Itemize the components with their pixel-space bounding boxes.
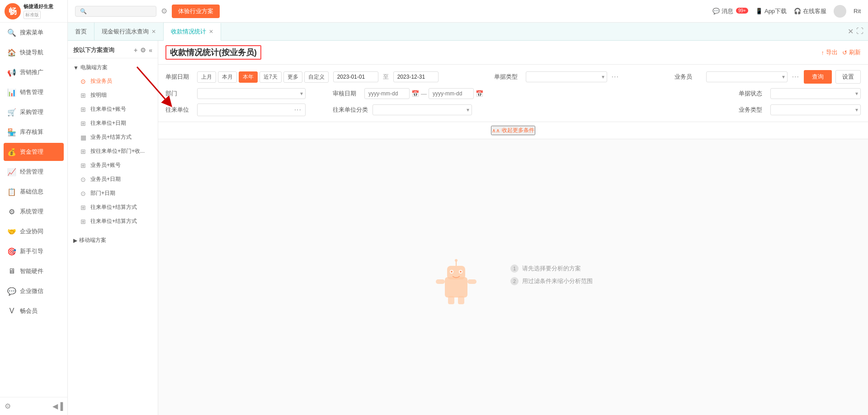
review-cal-icon-to: 📅 <box>476 90 483 97</box>
scheme-item-partner-dept[interactable]: ⊞ 按往来单位+部门+收... <box>68 144 158 158</box>
scheme-item-label-10: 往来单位+结算方式 <box>90 217 137 225</box>
staff-more-icon[interactable]: ··· <box>792 73 799 81</box>
sidebar-item-enterprise[interactable]: 🤝 企业协同 <box>0 222 67 241</box>
username-label: Rit <box>854 8 861 14</box>
scheme-item-by-detail[interactable]: ⊞ 按明细 <box>68 88 158 102</box>
svg-rect-10 <box>448 296 454 304</box>
sidebar-item-sales[interactable]: 📊 销售管理 <box>0 82 67 102</box>
app-download-btn[interactable]: 📱 App下载 <box>755 7 787 15</box>
page-content: 按以下方案查询 + ⚙ « ▼ 电脑端方案 ⊙ 按业务员 ⊞ 按 <box>68 41 868 415</box>
date-btn-this-year[interactable]: 本年 <box>239 71 258 83</box>
desktop-scheme-title[interactable]: ▼ 电脑端方案 <box>68 61 158 74</box>
date-btn-this-month[interactable]: 本月 <box>218 71 237 83</box>
staff-select[interactable] <box>706 71 788 82</box>
scheme-item-icon-4: ▦ <box>80 134 88 141</box>
tab-collection-stats[interactable]: 收款情况统计 ✕ <box>164 23 221 41</box>
scheme-item-icon-7: ⊙ <box>80 176 88 183</box>
sidebar-item-inventory[interactable]: 🏪 库存核算 <box>0 122 67 142</box>
sidebar-item-marketing[interactable]: 📢 营销推广 <box>0 62 67 82</box>
tab-bank-flow[interactable]: 现金银行流水查询 ✕ <box>94 23 164 41</box>
sidebar-label-guide: 新手引导 <box>20 247 43 255</box>
scheme-item-staff-date[interactable]: ⊙ 业务员+日期 <box>68 172 158 186</box>
collapse-button[interactable]: ∧∧ 收起更多条件 <box>491 126 535 135</box>
biz-type-select[interactable] <box>770 104 861 115</box>
sidebar-item-finance[interactable]: 💰 资金管理 <box>4 143 64 161</box>
online-service-btn[interactable]: 🎧 在线客服 <box>794 7 826 15</box>
sidebar-label-system: 系统管理 <box>20 208 43 216</box>
scheme-item-label-0: 按业务员 <box>90 77 112 85</box>
sidebar-item-basic[interactable]: 📋 基础信息 <box>0 182 67 202</box>
sidebar-item-guide[interactable]: 🎯 新手引导 <box>0 241 67 261</box>
counterpart-more-btn[interactable]: ··· <box>294 106 302 114</box>
tab-close-all-icon[interactable]: ✕ <box>848 27 854 36</box>
doc-status-select-wrap <box>770 88 861 99</box>
scheme-item-label-5: 按往来单位+部门+收... <box>90 147 145 155</box>
sidebar-label-purchase: 采购管理 <box>20 108 43 116</box>
logo-area: 畅 畅捷通好生意 标准版 <box>0 0 67 23</box>
review-date-inputs: 📅 — 📅 <box>364 88 483 99</box>
sidebar-item-purchase[interactable]: 🛒 采购管理 <box>0 102 67 122</box>
sidebar-item-hardware[interactable]: 🖥 智能硬件 <box>0 261 67 281</box>
staff-select-wrap <box>706 71 788 82</box>
tab-bank-close-icon[interactable]: ✕ <box>151 28 156 35</box>
scheme-item-partner-settle1[interactable]: ⊞ 往来单位+结算方式 <box>68 200 158 214</box>
counterpart-category-label: 往来单位分类 <box>333 106 368 114</box>
sidebar-item-quick[interactable]: 🏠 快捷导航 <box>0 42 67 62</box>
staff-label: 业务员 <box>675 73 702 81</box>
date-to-input[interactable] <box>393 71 439 82</box>
mobile-scheme-label: 移动端方案 <box>79 236 106 244</box>
trial-button[interactable]: 体验行业方案 <box>172 5 220 18</box>
scheme-item-partner-date[interactable]: ⊞ 往来单位+日期 <box>68 116 158 130</box>
date-from-input[interactable] <box>333 71 378 82</box>
tab-home[interactable]: 首页 <box>68 23 94 41</box>
review-cal-icon-from: 📅 <box>411 90 419 97</box>
left-panel: 按以下方案查询 + ⚙ « ▼ 电脑端方案 ⊙ 按业务员 ⊞ 按 <box>68 41 158 415</box>
scheme-setting-icon[interactable]: ⚙ <box>140 47 146 54</box>
date-btn-more[interactable]: 更多 <box>283 71 302 83</box>
tab-collection-close-icon[interactable]: ✕ <box>209 28 213 35</box>
review-date-to[interactable] <box>429 88 474 99</box>
tip-num-2: 2 <box>510 277 519 285</box>
sidebar-item-operation[interactable]: 📈 经营管理 <box>0 162 67 182</box>
setting-button[interactable]: 设置 <box>835 70 861 84</box>
sidebar-item-system[interactable]: ⚙ 系统管理 <box>0 202 67 222</box>
user-avatar[interactable] <box>834 5 846 18</box>
sidebar-settings-icon[interactable]: ⚙ <box>5 402 11 410</box>
date-btn-custom[interactable]: 自定义 <box>304 71 329 83</box>
sidebar-item-search[interactable]: 🔍 搜索菜单 <box>0 23 67 42</box>
date-btn-last-month[interactable]: 上月 <box>197 71 216 83</box>
topbar-gear-icon[interactable]: ⚙ <box>161 7 167 15</box>
sidebar-label-sales: 销售管理 <box>20 88 43 96</box>
export-button[interactable]: ↑ 导出 <box>821 48 838 57</box>
tab-expand-icon[interactable]: ⛶ <box>856 27 863 36</box>
review-date-from[interactable] <box>364 88 410 99</box>
sidebar-item-wechat[interactable]: 💬 企业微信 <box>0 281 67 301</box>
scheme-item-staff-payment[interactable]: ▦ 业务员+结算方式 <box>68 130 158 144</box>
scheme-item-partner-account[interactable]: ⊞ 往来单位+账号 <box>68 102 158 116</box>
scheme-item-by-staff[interactable]: ⊙ 按业务员 <box>68 74 158 88</box>
scheme-item-label-4: 业务员+结算方式 <box>90 133 132 141</box>
query-button[interactable]: 查询 <box>804 70 832 84</box>
scheme-item-partner-settle2[interactable]: ⊞ 往来单位+结算方式 <box>68 214 158 228</box>
voucher-type-more-icon[interactable]: ··· <box>612 73 619 81</box>
scheme-item-dept-date[interactable]: ⊙ 部门+日期 <box>68 186 158 200</box>
refresh-button[interactable]: ↺ 刷新 <box>842 48 861 57</box>
sidebar-label-enterprise: 企业协同 <box>20 227 43 236</box>
inventory-icon: 🏪 <box>7 127 16 137</box>
sidebar-item-member[interactable]: V 畅会员 <box>0 301 67 321</box>
empty-tips: 1 请先选择要分析的方案 2 用过滤条件来缩小分析范围 <box>510 264 593 290</box>
message-btn[interactable]: 💬 消息 99+ <box>712 7 748 15</box>
date-btn-last-7[interactable]: 近7天 <box>259 71 282 83</box>
doc-status-select[interactable] <box>770 88 861 99</box>
scheme-item-staff-acct[interactable]: ⊞ 业务员+账号 <box>68 158 158 172</box>
topbar-search-bar[interactable]: 🔍 <box>75 6 156 17</box>
filter-row-2: 部门 审核日期 📅 — 📅 <box>165 88 861 99</box>
sidebar-collapse-icon[interactable]: ◀▐ <box>52 402 63 410</box>
dept-select[interactable] <box>197 88 306 99</box>
scheme-collapse-icon[interactable]: « <box>149 47 152 54</box>
counterpart-category-select[interactable] <box>373 104 472 115</box>
mobile-scheme-title[interactable]: ▶ 移动端方案 <box>68 234 158 247</box>
collapse-label: 收起更多条件 <box>502 127 534 134</box>
voucher-type-select[interactable] <box>526 71 607 82</box>
add-scheme-icon[interactable]: + <box>134 47 137 54</box>
